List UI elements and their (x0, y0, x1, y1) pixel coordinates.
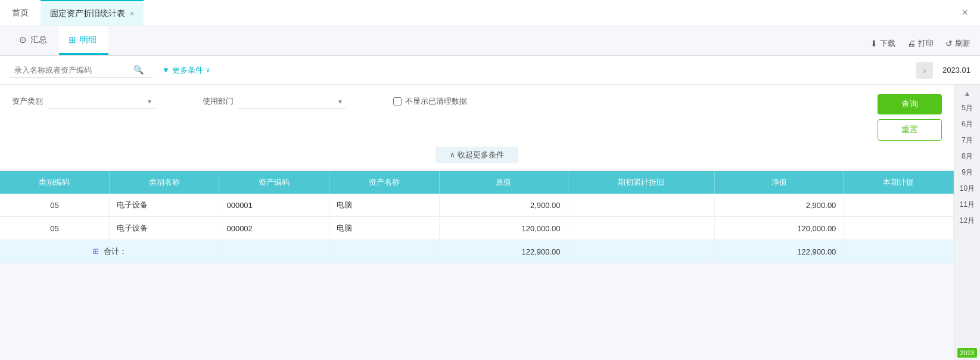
table-row: 05 电子设备 000002 电脑 120,000.00 120,000.00 (0, 217, 954, 240)
collapse-icon: ∧ (450, 151, 455, 159)
home-nav[interactable]: 首页 (0, 0, 41, 26)
row2-code: 05 (0, 217, 109, 240)
window-close-button[interactable]: × (950, 7, 980, 19)
row1-asset-code: 000001 (219, 194, 329, 217)
row1-net-value: 2,900.00 (715, 194, 844, 217)
print-icon: 🖨 (907, 39, 916, 48)
tab-close-icon[interactable]: × (130, 10, 134, 18)
row2-original-value: 120,000.00 (439, 217, 568, 240)
chevron-down-icon: ∨ (206, 66, 210, 74)
refresh-button[interactable]: ↺ 刷新 (945, 38, 970, 49)
asset-category-label: 资产类别 (12, 96, 43, 107)
hide-cleared-label: 不显示已清理数据 (405, 96, 467, 107)
detail-tab-label: 明细 (80, 35, 97, 45)
row1-accumulated (568, 194, 715, 217)
total-row: ⊞ 合计： 122,900.00 122,900.00 (0, 240, 954, 263)
search-input[interactable] (14, 66, 133, 75)
period-label: 2023.01 (942, 66, 970, 75)
total-net-value: 122,900.00 (715, 240, 844, 263)
detail-tab-icon: ⊞ (69, 35, 76, 45)
col-header-net-value: 净值 (715, 171, 844, 194)
query-button[interactable]: 查询 (878, 94, 942, 114)
total-label: 合计： (104, 247, 127, 256)
sidebar-month-5[interactable]: 5月 (954, 100, 980, 116)
row2-asset-name: 电脑 (329, 217, 440, 240)
col-header-accumulated: 期初累计折旧 (568, 171, 715, 194)
department-select[interactable] (238, 94, 346, 108)
col-header-original-value: 原值 (439, 171, 568, 194)
reset-button[interactable]: 重置 (878, 119, 942, 141)
total-empty2 (329, 240, 440, 263)
total-label-cell: ⊞ 合计： (0, 240, 219, 263)
sidebar-month-11[interactable]: 11月 (954, 197, 980, 213)
filter-icon: ▼ (162, 66, 170, 75)
sidebar-month-6[interactable]: 6月 (954, 116, 980, 132)
row1-category: 电子设备 (109, 194, 219, 217)
total-empty1 (219, 240, 329, 263)
print-button[interactable]: 🖨 打印 (907, 38, 934, 49)
refresh-icon: ↺ (945, 39, 953, 48)
sidebar-month-10[interactable]: 10月 (954, 181, 980, 197)
col-header-period-dep: 本期计提 (844, 171, 954, 194)
row1-period-dep (844, 194, 954, 217)
table-row: 05 电子设备 000001 电脑 2,900.00 2,900.00 (0, 194, 954, 217)
row2-category: 电子设备 (109, 217, 219, 240)
sidebar-month-9[interactable]: 9月 (954, 165, 980, 181)
row1-code: 05 (0, 194, 109, 217)
summary-tab-label: 汇总 (30, 35, 47, 45)
sidebar-month-7[interactable]: 7月 (954, 132, 980, 148)
hide-cleared-field: 不显示已清理数据 (393, 96, 467, 107)
total-icon: ⊞ (92, 247, 99, 256)
col-header-code: 类别编码 (0, 171, 109, 194)
total-original-value: 122,900.00 (439, 240, 568, 263)
asset-category-select[interactable] (48, 94, 155, 108)
col-header-asset-code: 资产编码 (219, 171, 329, 194)
department-field: 使用部门 ▼ (203, 94, 369, 108)
sidebar-month-12[interactable]: 12月 (954, 213, 980, 229)
row2-asset-code: 000002 (219, 217, 329, 240)
asset-category-field: 资产类别 ▼ (12, 94, 179, 108)
department-label: 使用部门 (203, 96, 234, 107)
row1-original-value: 2,900.00 (439, 194, 568, 217)
tab-label: 固定资产折旧统计表 (50, 8, 125, 19)
more-filter-button[interactable]: ▼ 更多条件 ∨ (162, 65, 210, 76)
download-button[interactable]: ⬇ 下载 (870, 38, 895, 49)
total-accumulated (568, 240, 715, 263)
sidebar-up-arrow[interactable]: ▲ (954, 87, 980, 100)
tab-summary[interactable]: ⊙ 汇总 (10, 26, 59, 55)
row2-accumulated (568, 217, 715, 240)
download-icon: ⬇ (870, 39, 878, 48)
hide-cleared-checkbox[interactable] (393, 97, 402, 105)
row2-net-value: 120,000.00 (715, 217, 844, 240)
col-header-asset-name: 资产名称 (329, 171, 440, 194)
collapse-filter-button[interactable]: ∧ 收起更多条件 (435, 147, 518, 163)
period-arrow[interactable]: › (916, 62, 933, 79)
row2-period-dep (844, 217, 954, 240)
summary-tab-icon: ⊙ (19, 35, 27, 45)
active-tab[interactable]: 固定资产折旧统计表 × (41, 0, 144, 26)
total-period-dep (844, 240, 954, 263)
col-header-category: 类别名称 (109, 171, 219, 194)
row1-asset-name: 电脑 (329, 194, 440, 217)
year-badge: 2023 (957, 348, 976, 358)
tab-detail[interactable]: ⊞ 明细 (59, 26, 108, 55)
search-icon: 🔍 (133, 65, 144, 75)
sidebar-month-8[interactable]: 8月 (954, 148, 980, 165)
